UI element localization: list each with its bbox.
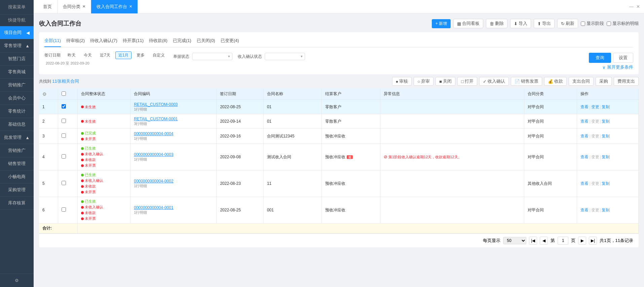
import-button[interactable]: ⬇ 导入 [510,19,531,28]
col-customer: 结算客户 [322,88,380,100]
row-checkbox-cell [58,129,78,144]
sidebar-item-retail[interactable]: 零售管理 ▲ [0,39,34,52]
row-abnormal [380,129,524,144]
invoice-btn[interactable]: 📄 销售发票 [511,77,542,86]
main-area: 首页 合同分类 ✕ 收入合同工作台 ✕ — ✕ 收入合同工作台 + 新增 ▦ 合… [34,0,644,287]
purchase-btn[interactable]: 采购 [596,77,612,86]
row-sign-date: 2022-08-25 [217,100,264,114]
page-label: 第 [551,238,555,244]
tab-income-workbench[interactable]: 收入合同工作台 ✕ [91,0,138,13]
row-ops: 查看|变更|复制 [577,197,639,223]
payment-icon: 💰 [548,79,553,84]
row-category: 对甲合同 [524,114,577,129]
page-input[interactable] [558,237,568,245]
sidebar-item-wholesale[interactable]: 批发管理 ▲ [0,131,34,144]
sidebar-item-ecom[interactable]: 小畅电商 [0,170,34,183]
date-btn-more[interactable]: 更多 [134,51,148,59]
row-category: 对甲合同 [524,144,577,170]
sidebar-item-inventory[interactable]: 库存核算 [0,197,34,210]
filter-tab-all[interactable]: 全部(11) [44,36,61,47]
sidebar-settings[interactable]: ⚙ [0,274,34,287]
filter-tab-changed[interactable]: 已变更(4) [221,36,239,47]
open-btn[interactable]: □ 打开 [457,77,477,86]
row-sign-date: 2022-09-16 [217,129,264,144]
sidebar-item-member[interactable]: 会员中心 [0,92,34,105]
row-contract-name: 01 [263,114,321,129]
date-btn-today[interactable]: 今天 [81,51,95,59]
total-value-cell [77,223,638,234]
date-btn-last1month[interactable]: 近1月 [115,51,132,59]
query-button[interactable]: 查询 [589,53,611,63]
filter-tab-pending-income[interactable]: 待收入确认(7) [90,36,117,47]
row-checkbox[interactable] [62,104,66,109]
review-btn[interactable]: ● 审核 [392,77,412,86]
filter-tab-done[interactable]: 已完成(1) [173,36,191,47]
kanban-button[interactable]: ▦ 合同看板 [453,19,483,28]
sidebar-item-basic[interactable]: 基础信息 [0,118,34,131]
sidebar-item-marketing2[interactable]: 营销推广 [0,144,34,157]
sidebar-item-retail-mall[interactable]: 零售商城 [0,66,34,79]
abandon-btn[interactable]: ○ 弃审 [414,77,433,86]
sidebar-quick-nav[interactable]: 快捷导航 [0,14,34,26]
minimize-icon[interactable]: — [629,4,634,9]
filter-tab-pending-payment[interactable]: 待收款(8) [149,36,167,47]
row-num: 6 [39,197,58,223]
tab-bar: 首页 合同分类 ✕ 收入合同工作台 ✕ — ✕ [34,0,644,13]
row-checkbox[interactable] [62,181,66,185]
sidebar-search[interactable]: 搜索菜单 [0,0,34,14]
tab-close-income-workbench[interactable]: ✕ [129,4,132,9]
row-checkbox[interactable] [62,207,66,212]
delete-button[interactable]: 🗑 删除 [486,19,507,28]
select-all-checkbox[interactable] [62,91,66,96]
first-page-btn[interactable]: |◀ [529,237,537,245]
filter-tab-pending-review[interactable]: 待审核(2) [66,36,85,47]
page-size-select[interactable]: 50 100 [503,237,526,244]
sidebar: 搜索菜单 快捷导航 项目合同 ◀ 零售管理 ▲ 智慧门店 零售商城 营销推广 会… [0,0,34,287]
row-sign-date: 2022-09-08 [217,144,264,170]
sidebar-item-smart-store[interactable]: 智慧门店 [0,52,34,66]
expense-contract-btn[interactable]: 支出合同 [569,77,594,86]
set-button[interactable]: 设置 [613,53,633,63]
overdue-badge: 逾 [347,155,353,159]
sidebar-item-purchase[interactable]: 采购管理 [0,183,34,197]
doc-status-select-wrap [192,53,232,60]
date-btn-custom[interactable]: 自定义 [150,51,168,59]
expand-more-btn[interactable]: ∨ 展开更多条件 [602,64,633,70]
row-checkbox[interactable] [62,154,66,159]
sidebar-item-retail-stat[interactable]: 零售统计 [0,105,34,118]
payment-btn[interactable]: 💰 收款 [544,77,567,86]
sidebar-item-sales[interactable]: 销售管理 [0,157,34,170]
prev-page-btn[interactable]: ◀ [540,237,548,245]
close-icon[interactable]: ✕ [636,4,640,9]
show-detail-checkbox[interactable]: 显示标的明细 [607,20,639,27]
col-abnormal: 异常信息 [380,88,524,100]
row-contract-name: 01 [263,100,321,114]
show-stage-checkbox[interactable]: 显示阶段 [581,20,604,27]
close-btn[interactable]: ■ 关闭 [435,77,455,86]
date-btn-yesterday[interactable]: 昨天 [65,51,79,59]
table-row: 3已完成未开票0000000000004-00041行明细2022-09-16合… [39,129,639,144]
expense-btn[interactable]: 费用支出 [614,77,639,86]
refresh-button[interactable]: ↻ 刷新 [557,19,578,28]
date-btn-last7[interactable]: 近7天 [97,51,113,59]
next-page-btn[interactable]: ▶ [578,237,586,245]
tab-contract-cat[interactable]: 合同分类 ✕ [58,0,91,13]
doc-status-select[interactable] [192,53,232,60]
tab-home[interactable]: 首页 [38,0,58,13]
tab-close-contract-cat[interactable]: ✕ [82,4,85,9]
income-confirm-btn[interactable]: ✓ 收入确认 [479,77,509,86]
doc-status-label: 单据状态 [173,54,189,59]
filter-tab-closed[interactable]: 已关闭(0) [197,36,215,47]
import-icon: ⬇ [514,21,518,26]
sidebar-item-marketing[interactable]: 营销推广 [0,79,34,92]
new-button[interactable]: + 新增 [432,19,451,28]
row-category: 对甲合同 [524,129,577,144]
income-confirm-select[interactable] [265,53,305,60]
row-checkbox[interactable] [62,119,66,123]
filter-tab-pending-invoice[interactable]: 待开票(11) [123,36,144,47]
last-page-btn[interactable]: ▶| [589,237,597,245]
export-button[interactable]: ⬆ 导出 [534,19,555,28]
row-checkbox[interactable] [62,133,66,138]
sidebar-item-project[interactable]: 项目合同 ◀ [0,26,34,39]
col-gear[interactable]: ⚙ [39,88,58,100]
